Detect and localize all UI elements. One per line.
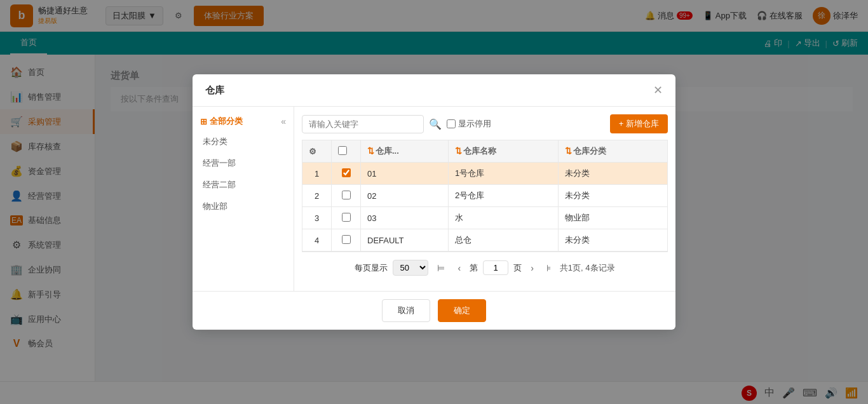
last-page-button[interactable]: ⊧ xyxy=(543,262,555,274)
table-row[interactable]: 1 01 1号仓库 未分类 xyxy=(302,163,668,185)
page-size-label: 每页显示 xyxy=(355,262,388,274)
col-name: ⇅仓库名称 xyxy=(449,140,559,163)
warehouse-table: ⚙ ⇅仓库... ⇅仓库名称 ⇅仓库分类 xyxy=(302,140,668,252)
row-num: 3 xyxy=(302,207,332,229)
modal-close-button[interactable]: ✕ xyxy=(653,83,663,97)
search-bar: 🔍 显示停用 + 新增仓库 xyxy=(302,114,668,133)
category-header: ⊞ 全部分类 « xyxy=(193,112,294,131)
page-unit: 页 xyxy=(513,262,522,274)
table-row[interactable]: 4 DEFAULT 总仓 未分类 xyxy=(302,229,668,252)
row-check[interactable] xyxy=(332,229,361,252)
page-number-input[interactable] xyxy=(483,260,508,275)
row-category: 未分类 xyxy=(558,163,668,185)
page-size-select[interactable]: 50 20 100 xyxy=(393,260,428,276)
sort-icon-category: ⇅ xyxy=(565,146,572,156)
row-check[interactable] xyxy=(332,185,361,207)
row-name: 2号仓库 xyxy=(449,185,559,207)
table-header-row: ⚙ ⇅仓库... ⇅仓库名称 ⇅仓库分类 xyxy=(302,140,668,163)
category-item-unclassified[interactable]: 未分类 xyxy=(193,131,294,152)
first-page-button[interactable]: ⊨ xyxy=(433,262,449,274)
row-category: 未分类 xyxy=(558,185,668,207)
modal-body: ⊞ 全部分类 « 未分类 经营一部 经营二部 物业部 🔍 xyxy=(193,107,675,291)
col-settings: ⚙ xyxy=(302,140,332,163)
category-panel: ⊞ 全部分类 « 未分类 经营一部 经营二部 物业部 xyxy=(193,107,294,291)
row-check[interactable] xyxy=(332,163,361,185)
row-name: 水 xyxy=(449,207,559,229)
row-code: DEFAULT xyxy=(361,229,449,252)
prev-page-button[interactable]: ‹ xyxy=(454,262,465,274)
col-category: ⇅仓库分类 xyxy=(558,140,668,163)
grid-icon: ⊞ xyxy=(200,117,207,126)
row-code: 03 xyxy=(361,207,449,229)
all-category-button[interactable]: ⊞ 全部分类 xyxy=(200,116,243,127)
row-num: 1 xyxy=(302,163,332,185)
collapse-button[interactable]: « xyxy=(281,116,286,126)
select-all-checkbox[interactable] xyxy=(338,146,347,155)
col-code: ⇅仓库... xyxy=(361,140,449,163)
next-page-button[interactable]: › xyxy=(527,262,538,274)
row-num: 2 xyxy=(302,185,332,207)
content-panel: 🔍 显示停用 + 新增仓库 ⚙ xyxy=(294,107,675,291)
warehouse-modal: 仓库 ✕ ⊞ 全部分类 « 未分类 经营一部 经营二部 物业部 xyxy=(193,74,675,330)
sort-icon: ⇅ xyxy=(367,146,374,156)
modal-title: 仓库 xyxy=(205,84,224,97)
total-info: 共1页, 4条记录 xyxy=(560,262,615,274)
cancel-button[interactable]: 取消 xyxy=(382,299,430,322)
category-item-dept2[interactable]: 经营二部 xyxy=(193,174,294,196)
modal-footer: 取消 确定 xyxy=(193,291,675,330)
row-category: 物业部 xyxy=(558,207,668,229)
row-check[interactable] xyxy=(332,207,361,229)
row-name: 总仓 xyxy=(449,229,559,252)
modal-overlay: 仓库 ✕ ⊞ 全部分类 « 未分类 经营一部 经营二部 物业部 xyxy=(0,0,868,404)
table-row[interactable]: 3 03 水 物业部 xyxy=(302,207,668,229)
row-code: 01 xyxy=(361,163,449,185)
gear-icon: ⚙ xyxy=(309,147,316,156)
row-code: 02 xyxy=(361,185,449,207)
confirm-button[interactable]: 确定 xyxy=(438,299,486,322)
add-warehouse-button[interactable]: + 新增仓库 xyxy=(610,114,668,133)
row-num: 4 xyxy=(302,229,332,252)
search-icon[interactable]: 🔍 xyxy=(429,118,442,130)
pagination: 每页显示 50 20 100 ⊨ ‹ 第 页 › ⊧ 共1页, 4条记录 xyxy=(302,252,668,283)
category-item-property[interactable]: 物业部 xyxy=(193,196,294,217)
page-label: 第 xyxy=(470,262,478,274)
show-disabled-checkbox[interactable]: 显示停用 xyxy=(447,118,491,130)
sort-icon-name: ⇅ xyxy=(455,146,462,156)
col-check xyxy=(332,140,361,163)
search-input[interactable] xyxy=(302,115,424,133)
modal-header: 仓库 ✕ xyxy=(193,74,675,107)
table-row[interactable]: 2 02 2号仓库 未分类 xyxy=(302,185,668,207)
category-item-dept1[interactable]: 经营一部 xyxy=(193,152,294,174)
row-category: 未分类 xyxy=(558,229,668,252)
row-name: 1号仓库 xyxy=(449,163,559,185)
table-container: ⚙ ⇅仓库... ⇅仓库名称 ⇅仓库分类 xyxy=(302,140,668,252)
